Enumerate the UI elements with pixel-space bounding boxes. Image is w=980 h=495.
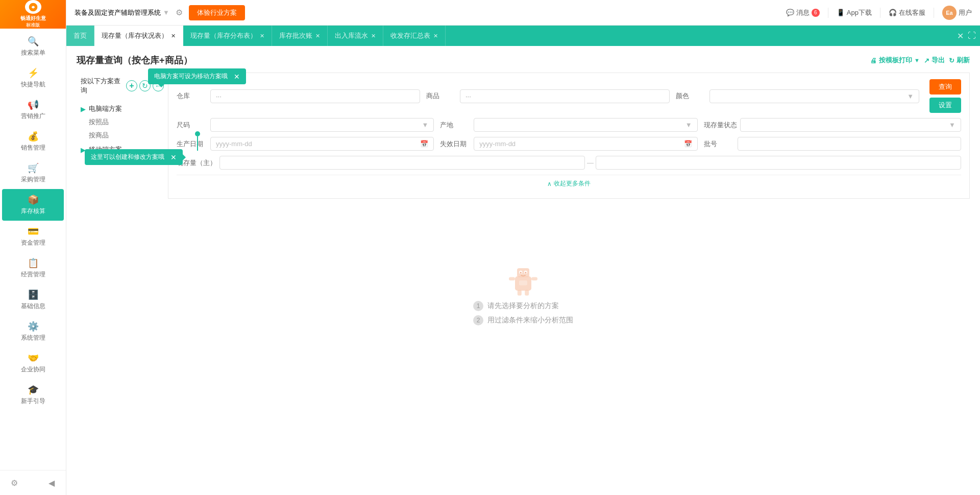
sidebar-item-finance[interactable]: 💳 资金管理 xyxy=(0,221,66,252)
tab-home[interactable]: 首页 xyxy=(66,26,94,46)
sidebar-item-marketing[interactable]: 📢 营销推广 xyxy=(0,94,66,126)
stock-status-label: 现存量状态 xyxy=(704,121,737,130)
sidebar-item-sales[interactable]: 💰 销售管理 xyxy=(0,126,66,157)
sidebar-item-guide[interactable]: 🎓 新手引导 xyxy=(0,379,66,411)
tab-batch[interactable]: 库存批次账 ✕ xyxy=(272,26,328,46)
calendar-icon-1[interactable]: 📅 xyxy=(420,140,428,148)
tab-end-buttons: ✕ ⛶ xyxy=(953,26,980,46)
tab-batch-label: 库存批次账 xyxy=(279,31,312,40)
empty-steps-list: 1 请先选择要分析的方案 2 用过滤条件来缩小分析范围 xyxy=(473,301,573,329)
tab-batch-close[interactable]: ✕ xyxy=(315,33,320,39)
content-inner: 现存量查询（按仓库+商品） 🖨 按模板打印 ▼ ↗ 导出 ↻ 刷新 xyxy=(66,46,980,495)
sidebar-item-inventory[interactable]: 📦 库存核算 xyxy=(2,189,64,221)
connector-dot xyxy=(195,131,200,136)
sidebar-item-system[interactable]: ⚙️ 系统管理 xyxy=(0,316,66,347)
online-support-button[interactable]: 🎧 在线客服 xyxy=(889,8,925,17)
scheme-item-1[interactable]: 按照品 xyxy=(77,115,168,129)
warehouse-dots: ··· xyxy=(216,92,222,100)
tab-stock-dist[interactable]: 现存量（库存分布表） ✕ xyxy=(183,26,272,46)
origin-select[interactable]: ▼ xyxy=(474,118,697,132)
search-icon: 🔍 xyxy=(28,36,39,47)
size-select[interactable]: ▼ xyxy=(210,118,434,132)
template-print-button[interactable]: 🖨 按模板打印 ▼ xyxy=(870,56,920,65)
sidebar-item-purchase[interactable]: 🛒 采购管理 xyxy=(0,157,66,189)
color-select[interactable]: ▼ xyxy=(709,89,919,103)
tab-inout[interactable]: 出入库流水 ✕ xyxy=(328,26,383,46)
refresh-icon: ↻ xyxy=(949,57,954,64)
sidebar-item-quicknav[interactable]: ⚡ 快捷导航 xyxy=(0,62,66,94)
user-avatar: Ea xyxy=(942,6,957,20)
sidebar-item-purchase-label: 采购管理 xyxy=(21,175,45,184)
filter-origin: 产地 ▼ xyxy=(440,118,697,132)
quicknav-icon: ⚡ xyxy=(28,67,39,79)
export-button[interactable]: ↗ 导出 xyxy=(924,56,945,65)
settings-bottom-btn[interactable]: ⚙ xyxy=(4,475,24,491)
export-label: 导出 xyxy=(932,56,945,65)
add-scheme-button[interactable]: + xyxy=(126,80,137,91)
close-all-tabs-icon[interactable]: ✕ xyxy=(957,31,964,41)
expire-date-input[interactable]: yyyy-mm-dd 📅 xyxy=(474,137,697,151)
tab-inout-close[interactable]: ✕ xyxy=(371,33,376,39)
scheme-edit-tooltip-text: 这里可以创建和修改方案哦 xyxy=(91,153,164,161)
scheme-edit-tooltip: 这里可以创建和修改方案哦 ✕ xyxy=(85,149,183,165)
produce-date-input[interactable]: yyyy-mm-dd 📅 xyxy=(210,137,434,151)
step-2-text: 用过滤条件来缩小分析范围 xyxy=(487,316,573,325)
sidebar-item-search[interactable]: 🔍 搜索菜单 xyxy=(0,31,66,62)
tab-stock-status-close[interactable]: ✕ xyxy=(171,33,176,39)
sidebar-item-basic[interactable]: 🗄️ 基础信息 xyxy=(0,284,66,316)
settings-gear-icon[interactable]: ⚙ xyxy=(176,8,183,17)
enterprise-icon: 🤝 xyxy=(28,352,39,364)
stock-status-select[interactable]: ▼ xyxy=(740,118,961,132)
messages-button[interactable]: 💬 消息 6 xyxy=(786,8,820,17)
collapse-button[interactable]: ∧ 收起更多条件 xyxy=(177,175,961,192)
set-button[interactable]: 设置 xyxy=(929,98,961,113)
goods-select[interactable]: ··· xyxy=(460,89,670,103)
sidebar-item-marketing-label: 营销推广 xyxy=(21,112,45,121)
step-1-text: 请先选择要分析的方案 xyxy=(487,301,559,311)
svg-rect-10 xyxy=(525,290,529,295)
filter-produce-date: 生产日期 yyyy-mm-dd 📅 xyxy=(177,137,434,151)
calendar-icon-2[interactable]: 📅 xyxy=(684,140,692,148)
stock-status-dropdown-icon: ▼ xyxy=(949,121,955,129)
filter-size: 尺码 ▼ xyxy=(177,118,434,132)
collapse-label: 收起更多条件 xyxy=(554,179,591,188)
logo-icon xyxy=(25,0,41,14)
scheme-panel-tooltip-close[interactable]: ✕ xyxy=(234,73,240,81)
tab-home-label: 首页 xyxy=(74,31,87,40)
sidebar-item-operations[interactable]: 📋 经营管理 xyxy=(0,252,66,284)
tab-collect-close[interactable]: ✕ xyxy=(433,33,438,39)
refresh-button[interactable]: ↻ 刷新 xyxy=(949,56,970,65)
fullscreen-icon[interactable]: ⛶ xyxy=(968,31,976,40)
app-download-button[interactable]: 📱 App下载 xyxy=(837,8,872,17)
tab-stock-dist-close[interactable]: ✕ xyxy=(260,33,264,39)
desktop-scheme-header[interactable]: ▶ 电脑端方案 xyxy=(77,102,168,115)
scheme-item-2[interactable]: 按商品 xyxy=(77,129,168,142)
app-name: 畅通好生意 xyxy=(20,15,46,22)
experience-industry-button[interactable]: 体验行业方案 xyxy=(189,5,245,20)
query-button[interactable]: 查询 xyxy=(929,79,961,95)
stock-main-from[interactable] xyxy=(219,156,585,170)
scheme-edit-tooltip-close[interactable]: ✕ xyxy=(170,153,177,161)
produce-date-label: 生产日期 xyxy=(177,139,207,149)
empty-step-2: 2 用过滤条件来缩小分析范围 xyxy=(473,315,573,325)
batch-no-input[interactable] xyxy=(738,137,961,151)
tab-stock-status[interactable]: 现存量（库存状况表） ✕ xyxy=(94,26,183,46)
inventory-icon: 📦 xyxy=(28,194,39,205)
sidebar-item-enterprise[interactable]: 🤝 企业协同 xyxy=(0,347,66,379)
system-selector[interactable]: 装备及固定资产辅助管理系统 ▼ xyxy=(75,8,169,17)
expand-icon: ▶ xyxy=(81,105,86,113)
main-content: 现存量查询（按仓库+商品） 🖨 按模板打印 ▼ ↗ 导出 ↻ 刷新 xyxy=(66,46,980,495)
origin-label: 产地 xyxy=(440,121,471,130)
template-print-label: 按模板打印 xyxy=(879,56,912,65)
empty-state: 1 请先选择要分析的方案 2 用过滤条件来缩小分析范围 xyxy=(77,219,970,370)
sidebar-item-inventory-label: 库存核算 xyxy=(21,207,45,216)
sidebar-item-search-label: 搜索菜单 xyxy=(21,49,45,57)
warehouse-select[interactable]: ··· xyxy=(210,89,420,103)
tab-collect[interactable]: 收发存汇总表 ✕ xyxy=(383,26,446,46)
user-menu-button[interactable]: Ea 用户 xyxy=(942,6,972,20)
stock-main-to[interactable] xyxy=(596,156,961,170)
collapse-sidebar-btn[interactable]: ◀ xyxy=(41,475,62,491)
collapse-icon: ∧ xyxy=(547,180,552,187)
dot-connector xyxy=(195,131,200,151)
sales-icon: 💰 xyxy=(28,131,39,142)
